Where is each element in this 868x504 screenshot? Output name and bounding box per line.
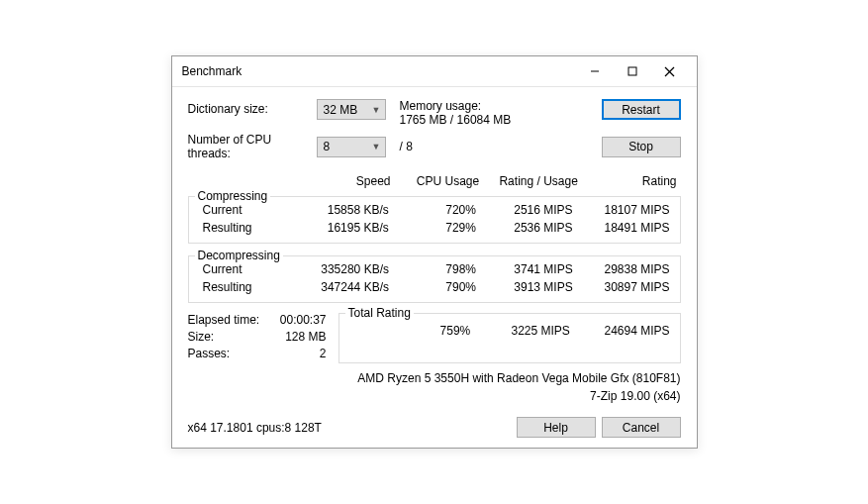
elapsed-value: 00:00:37 [267, 313, 327, 327]
build-info: x64 17.1801 cpus:8 128T [188, 421, 511, 435]
header-speed: Speed [286, 172, 395, 190]
total-cpu: 759% [385, 322, 475, 340]
app-info: 7-Zip 19.00 (x64) [188, 389, 681, 403]
cpu-threads-label: Number of CPU threads: [188, 133, 317, 160]
total-rating: 24694 MIPS [574, 322, 674, 340]
memory-usage-value: 1765 MB / 16084 MB [400, 113, 602, 127]
header-ratio: Rating / Usage [483, 172, 582, 190]
cpu-threads-value: 8 [324, 140, 331, 153]
table-row: Resulting 16195 KB/s 729% 2536 MIPS 1849… [195, 219, 674, 237]
chevron-down-icon: ▼ [372, 142, 381, 151]
restart-button[interactable]: Restart [602, 99, 681, 120]
total-ratio: 3225 MIPS [474, 322, 574, 340]
total-rating-group: Total Rating 759% 3225 MIPS 24694 MIPS [338, 313, 681, 363]
content-area: Dictionary size: 32 MB ▼ Memory usage: 1… [172, 87, 697, 448]
cpu-threads-select[interactable]: 8 ▼ [317, 137, 386, 157]
table-row: 759% 3225 MIPS 24694 MIPS [345, 322, 674, 340]
cpu-threads-max: / 8 [400, 140, 602, 153]
titlebar: Benchmark [172, 56, 697, 87]
window-title: Benchmark [182, 64, 576, 78]
decompressing-title: Decompressing [195, 249, 283, 262]
dictionary-size-label: Dictionary size: [188, 99, 317, 116]
size-value: 128 MB [267, 330, 327, 344]
close-button[interactable] [651, 57, 689, 85]
summary-stats: Elapsed time:00:00:37 Size:128 MB Passes… [188, 313, 327, 363]
table-row: Resulting 347244 KB/s 790% 3913 MIPS 308… [195, 278, 674, 296]
compressing-group: Compressing Current 15858 KB/s 720% 2516… [188, 196, 681, 244]
benchmark-window: Benchmark Dictionary size: 32 MB ▼ Memor… [171, 55, 698, 449]
table-row: Current 335280 KB/s 798% 3741 MIPS 29838… [195, 260, 674, 278]
dictionary-size-select[interactable]: 32 MB ▼ [317, 99, 386, 120]
memory-usage-label: Memory usage: [400, 99, 602, 113]
passes-value: 2 [267, 347, 327, 360]
header-rating: Rating [582, 172, 681, 190]
header-cpu: CPU Usage [395, 172, 484, 190]
elapsed-label: Elapsed time: [188, 313, 267, 327]
minimize-button[interactable] [576, 57, 614, 85]
decompressing-group: Decompressing Current 335280 KB/s 798% 3… [188, 255, 681, 303]
size-label: Size: [188, 330, 267, 344]
table-row: Current 15858 KB/s 720% 2516 MIPS 18107 … [195, 201, 674, 219]
maximize-button[interactable] [614, 57, 651, 85]
column-headers: Speed CPU Usage Rating / Usage Rating [188, 172, 681, 190]
total-rating-title: Total Rating [345, 306, 414, 320]
cancel-button[interactable]: Cancel [602, 417, 681, 438]
svg-rect-1 [628, 67, 636, 75]
help-button[interactable]: Help [517, 417, 596, 438]
stop-button[interactable]: Stop [602, 137, 681, 157]
cpu-info: AMD Ryzen 5 3550H with Radeon Vega Mobil… [188, 371, 681, 385]
dictionary-size-value: 32 MB [324, 103, 358, 117]
compressing-title: Compressing [195, 189, 271, 203]
chevron-down-icon: ▼ [372, 105, 381, 115]
passes-label: Passes: [188, 347, 267, 360]
